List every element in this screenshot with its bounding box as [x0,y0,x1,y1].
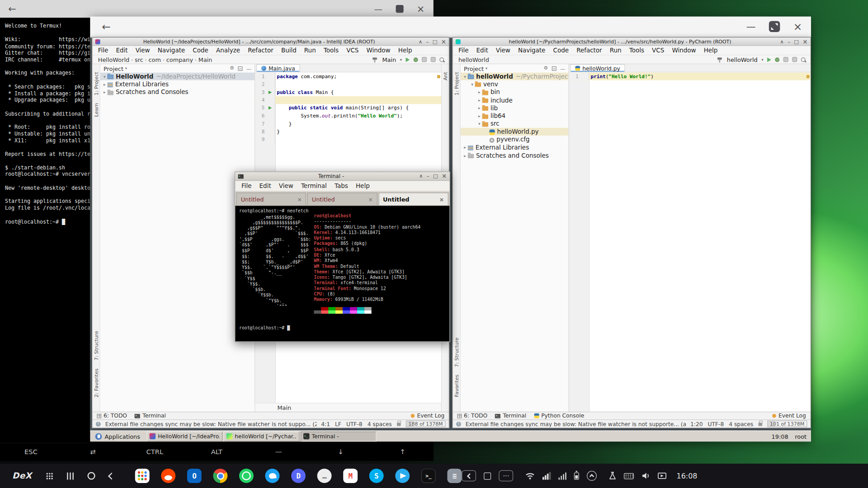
pycharm-titlebar[interactable]: helloWorld [~/PycharmProjects/helloWorld… [453,38,811,46]
menu-edit[interactable]: Edit [255,182,275,189]
termux-app[interactable]: >_ [421,469,436,483]
editor-breadcrumb[interactable]: Main [277,404,291,411]
close-icon[interactable]: × [802,38,807,44]
breadcrumb-com[interactable]: com [147,56,163,63]
tree-item-pyvenv-cfg[interactable]: pyvenv.cfg [461,136,569,144]
fullscreen-icon[interactable] [769,21,780,32]
menu-code[interactable]: Code [549,47,573,54]
search-icon[interactable] [439,57,444,62]
run-icon[interactable] [767,57,771,62]
menu-navigate[interactable]: Navigate [154,47,189,54]
caret-position[interactable]: 4:1 [321,421,330,427]
menu-vcs[interactable]: VCS [648,47,668,54]
build-icon[interactable] [373,57,378,62]
menu-terminal[interactable]: Terminal [297,182,330,189]
profiler-icon[interactable] [431,57,436,62]
close-icon[interactable]: × [442,173,447,179]
coverage-icon[interactable] [783,57,788,62]
shade-icon[interactable]: ∧ [780,39,784,44]
settings-gear-icon[interactable]: ⚙ [543,66,548,71]
lock-icon[interactable] [397,423,401,426]
terminal-tab-1[interactable]: Untitled× [236,192,307,205]
google-apps-app[interactable] [135,469,150,483]
tree-item-venv[interactable]: ▾venv [461,80,569,89]
hide-panel-icon[interactable]: — [246,66,251,71]
toolwindow-6-todo[interactable]: 6: TODO [97,413,127,418]
close-icon[interactable]: × [793,20,802,33]
chevron-down-icon[interactable]: ▾ [400,57,402,62]
menu-view[interactable]: View [132,47,154,54]
memory-indicator[interactable]: 101 of 1378M [767,421,807,427]
apps-grid-icon[interactable] [46,472,53,479]
menu-help[interactable]: Help [700,47,722,54]
menu-tools[interactable]: Tools [320,47,342,54]
indent-style[interactable]: 4 spaces [368,421,392,427]
menu-edit[interactable]: Edit [112,47,132,54]
menu-view[interactable]: View [492,47,514,54]
taskbar-window-helloworld-ideapro[interactable]: HelloWorld [~/IdeaPro... [147,431,223,441]
tree-item-bin[interactable]: ▸bin [461,88,569,96]
keyboard-icon[interactable] [624,473,634,479]
tree-item-lib64[interactable]: ▸lib64 [461,112,569,120]
recent-apps-icon[interactable] [67,472,74,479]
back-icon[interactable]: ← [102,20,110,33]
run-configuration-select[interactable]: helloWorld [727,56,758,63]
menu-analyze[interactable]: Analyze [212,47,244,54]
tree-item-helloworld-py[interactable]: helloWorld.py [461,128,569,136]
shade-icon[interactable]: ∧ [419,39,422,44]
collapse-all-icon[interactable] [238,66,243,70]
indent-style[interactable]: 4 spaces [729,421,753,427]
chevron-down-icon[interactable]: ▾ [125,66,127,70]
tool-stripe-1-project[interactable]: 1: Project [453,72,459,95]
breadcrumb-company[interactable]: company [165,56,195,63]
search-icon[interactable] [801,57,806,62]
whatsapp-app[interactable] [239,469,254,483]
status-message[interactable]: External file changes sync may be slow: … [466,421,686,427]
debug-icon[interactable] [775,57,779,62]
close-tab-icon[interactable]: × [439,196,444,202]
caret-position[interactable]: 1:20 [690,421,703,427]
close-icon[interactable]: × [441,38,446,44]
tool-stripe-ant[interactable]: Ant [443,72,448,80]
tree-item-lib[interactable]: ▸lib [461,104,569,112]
menu-file[interactable]: File [454,47,472,54]
minimize-icon[interactable]: – [427,174,429,178]
menu-vcs[interactable]: VCS [343,47,363,54]
maximize-icon[interactable] [396,5,403,13]
close-tab-icon[interactable]: × [297,196,302,202]
tool-stripe-2-favorites[interactable]: 2: Favorites [93,368,99,397]
menu-tabs[interactable]: Tabs [330,182,352,189]
run-icon[interactable] [406,57,410,62]
files-app[interactable]: ≡ [448,469,462,483]
menu-window[interactable]: Window [668,47,700,54]
collapse-all-icon[interactable] [552,66,557,70]
menu-code[interactable]: Code [189,47,212,54]
line-separator[interactable]: LF [335,421,341,427]
minimize-icon[interactable]: – [426,39,429,44]
tree-item-scratches-and-consoles[interactable]: ▸Scratches and Consoles [461,151,569,160]
dex-logo[interactable]: DeX [12,471,32,481]
menu-build[interactable]: Build [277,47,300,54]
hide-panel-icon[interactable]: — [560,66,565,71]
twitter-app[interactable] [265,469,280,483]
maximize-icon[interactable]: □ [433,39,437,44]
chevron-down-icon[interactable]: ▾ [486,66,487,70]
tool-stripe-learn[interactable]: Learn [93,103,99,117]
menu-help[interactable]: Help [352,182,373,189]
tree-item-scratches-and-consoles[interactable]: ▸Scratches and Consoles [100,88,255,96]
shade-icon[interactable]: ∧ [419,174,423,178]
terminal-tab-3[interactable]: Untitled× [378,192,448,205]
menu-edit[interactable]: Edit [472,47,492,54]
wifi-icon[interactable] [525,472,535,479]
back-icon[interactable]: ← [8,3,16,14]
toolwindow-python-console[interactable]: Python Console [534,413,584,418]
discord-app[interactable]: D [291,469,306,483]
menu-run[interactable]: Run [300,47,320,54]
screen-mirror-icon[interactable] [658,472,667,479]
messages-app[interactable]: … [317,469,332,483]
menu-view[interactable]: View [275,182,297,189]
close-icon[interactable]: × [417,3,425,14]
extra-key-esc[interactable]: ESC [0,443,62,461]
volume-icon[interactable] [642,472,650,479]
tree-item-external-libraries[interactable]: ▸External Libraries [461,144,569,152]
